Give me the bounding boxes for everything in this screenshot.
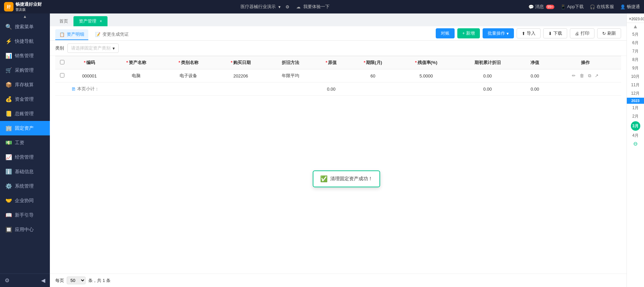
sidebar-item-search[interactable]: 🔍 搜索菜单 bbox=[0, 20, 50, 34]
sidebar-item-fixed-assets[interactable]: 🏢 固定资产 bbox=[0, 121, 50, 135]
experience-icon: ☁ bbox=[296, 4, 301, 9]
sidebar-item-quick-nav[interactable]: ⚡ 快捷导航 bbox=[0, 34, 50, 49]
sidebar-label-ledger: 总账管理 bbox=[15, 111, 34, 117]
tab-asset-management[interactable]: 资产管理 × bbox=[73, 16, 108, 26]
tab-asset-detail[interactable]: 📋 资产明细 bbox=[55, 29, 88, 40]
cell-purchase-date: 202206 bbox=[215, 69, 267, 83]
month-6[interactable]: 6月 bbox=[627, 39, 644, 47]
panel-down-button[interactable]: ⊖ bbox=[627, 140, 644, 148]
edit-icon[interactable]: ✏ bbox=[572, 73, 576, 78]
per-page-select[interactable]: 50 100 200 bbox=[67, 277, 86, 284]
month-4[interactable]: 4月 bbox=[627, 131, 644, 140]
sidebar-item-guide[interactable]: 📖 新手引导 bbox=[0, 208, 50, 222]
refresh-button[interactable]: ↻ 刷新 bbox=[597, 28, 621, 38]
month-9[interactable]: 9月 bbox=[627, 64, 644, 72]
system-icon: ⚙️ bbox=[5, 183, 12, 189]
search-icon: 🔍 bbox=[5, 24, 12, 30]
tab-change-voucher[interactable]: 📝 变更生成凭证 bbox=[91, 29, 133, 40]
sidebar-item-app-center[interactable]: 🔲 应用中心 bbox=[0, 222, 50, 237]
user-profile-btn[interactable]: 👤 畅捷通 bbox=[620, 4, 640, 10]
app-logo-icon: 好 bbox=[4, 2, 13, 11]
month-12[interactable]: 12月 bbox=[627, 89, 644, 98]
message-btn[interactable]: 💬 消息 99+ bbox=[528, 4, 554, 10]
sidebar: ▲ 🔍 搜索菜单 ⚡ 快捷导航 📊 销售管理 🛒 采购管理 📦 库存核算 💰 资… bbox=[0, 13, 50, 287]
table-row: 000001 电脑 电子设备 202206 年限平均 60 5.0000 0.0… bbox=[55, 69, 621, 83]
online-service-btn[interactable]: 🎧 在线客服 bbox=[590, 4, 614, 10]
topbar: 好 畅捷通好业财 普及版 医疗器械行业演示 ▾ ⚙ ☁ 我要体验一下 💬 消息 … bbox=[0, 0, 644, 13]
success-message: 清理固定资产成功！ bbox=[330, 176, 373, 182]
main-layout: ▲ 🔍 搜索菜单 ⚡ 快捷导航 📊 销售管理 🛒 采购管理 📦 库存核算 💰 资… bbox=[0, 13, 644, 287]
more-icon[interactable]: ↗ bbox=[595, 73, 599, 78]
month-5[interactable]: 5月 bbox=[627, 30, 644, 39]
panel-up-button[interactable]: ▲ bbox=[627, 23, 644, 30]
guide-icon: 📖 bbox=[5, 212, 12, 218]
sidebar-item-system[interactable]: ⚙️ 系统管理 bbox=[0, 179, 50, 193]
cell-actions: ✏ 🗑 ⧉ ↗ bbox=[549, 69, 621, 83]
message-badge: 99+ bbox=[546, 5, 554, 9]
right-panel-header: × 2023.03 ⤢ bbox=[627, 15, 644, 23]
import-button[interactable]: ⬆ 导入 bbox=[517, 28, 541, 38]
sales-icon: 📊 bbox=[5, 53, 12, 59]
category-select[interactable]: 请选择固定资产类别 ▾ bbox=[67, 43, 119, 53]
reconcile-button[interactable]: 对账 bbox=[436, 28, 455, 38]
select-all-checkbox[interactable] bbox=[60, 60, 64, 64]
topbar-center: 医疗器械行业演示 ▾ ⚙ ☁ 我要体验一下 bbox=[241, 4, 330, 10]
settings-icon[interactable]: ⚙ bbox=[285, 4, 289, 9]
sidebar-label-fixed-assets: 固定资产 bbox=[15, 125, 34, 131]
month-3-current[interactable]: 3月 bbox=[631, 121, 640, 131]
month-11[interactable]: 11月 bbox=[627, 81, 644, 89]
print-button[interactable]: 🖨 打印 bbox=[570, 28, 594, 38]
batch-ops-button[interactable]: 批量操作 ▾ bbox=[483, 28, 514, 38]
month-1[interactable]: 1月 bbox=[627, 104, 644, 112]
sidebar-item-basic-info[interactable]: ℹ️ 基础信息 bbox=[0, 164, 50, 179]
sidebar-item-inventory[interactable]: 📦 库存核算 bbox=[0, 77, 50, 92]
sidebar-item-operations[interactable]: 📈 经营管理 bbox=[0, 150, 50, 164]
panel-close-icon[interactable]: × bbox=[629, 16, 632, 21]
cell-original-value bbox=[314, 69, 348, 83]
import-icon: ⬆ bbox=[522, 31, 525, 36]
sidebar-item-payroll[interactable]: 💵 工资 bbox=[0, 135, 50, 150]
sidebar-item-sales[interactable]: 📊 销售管理 bbox=[0, 49, 50, 63]
page-content: 📋 资产明细 📝 变更生成凭证 对账 + 新增 批量操作 ▾ bbox=[50, 26, 626, 287]
payroll-icon: 💵 bbox=[5, 139, 12, 146]
category-label: 类别 bbox=[55, 45, 64, 51]
app-download-btn[interactable]: 📱 App下载 bbox=[560, 4, 584, 10]
sidebar-label-app-center: 应用中心 bbox=[15, 227, 34, 233]
toolbar: 对账 + 新增 批量操作 ▾ ⬆ 导入 ⬇ 下载 🖨 bbox=[436, 26, 621, 40]
new-button[interactable]: + 新增 bbox=[457, 28, 480, 38]
sidebar-label-payroll: 工资 bbox=[15, 140, 24, 146]
month-2[interactable]: 2月 bbox=[627, 112, 644, 121]
download-icon: ⬇ bbox=[548, 31, 552, 36]
month-7[interactable]: 7月 bbox=[627, 47, 644, 56]
sidebar-bottom: ⚙ ◀ bbox=[0, 274, 50, 287]
month-10[interactable]: 10月 bbox=[627, 72, 644, 81]
sidebar-settings-icon[interactable]: ⚙ bbox=[5, 277, 9, 284]
sidebar-item-purchase[interactable]: 🛒 采购管理 bbox=[0, 63, 50, 77]
row-checkbox[interactable] bbox=[60, 73, 64, 77]
per-page-label: 每页 bbox=[55, 278, 64, 284]
sidebar-item-cooperation[interactable]: 🤝 企业协同 bbox=[0, 193, 50, 208]
batch-ops-chevron: ▾ bbox=[507, 31, 509, 36]
sidebar-label-guide: 新手引导 bbox=[15, 212, 34, 218]
delete-icon[interactable]: 🗑 bbox=[580, 73, 584, 78]
sidebar-label-sales: 销售管理 bbox=[15, 53, 34, 59]
topbar-right: 💬 消息 99+ 📱 App下载 🎧 在线客服 👤 畅捷通 bbox=[528, 4, 640, 10]
experience-button[interactable]: 我要体验一下 bbox=[303, 4, 330, 10]
month-8[interactable]: 8月 bbox=[627, 56, 644, 64]
company-dropdown-icon[interactable]: ▾ bbox=[278, 4, 281, 9]
sidebar-label-search: 搜索菜单 bbox=[15, 24, 34, 30]
sidebar-scroll-up[interactable]: ▲ bbox=[0, 13, 50, 20]
sidebar-item-ledger[interactable]: 📒 总账管理 bbox=[0, 106, 50, 121]
asset-detail-icon: 📋 bbox=[59, 32, 65, 37]
download-button[interactable]: ⬇ 下载 bbox=[543, 28, 567, 38]
app-logo: 好 畅捷通好业财 普及版 bbox=[4, 1, 42, 12]
sidebar-item-finance[interactable]: 💰 资金管理 bbox=[0, 92, 50, 106]
change-voucher-icon: 📝 bbox=[95, 32, 100, 37]
inner-tabs: 📋 资产明细 📝 变更生成凭证 bbox=[55, 27, 133, 40]
tab-close-icon[interactable]: × bbox=[100, 19, 102, 24]
sidebar-collapse-icon[interactable]: ◀ bbox=[41, 277, 45, 284]
panel-year-label: 2023.03 bbox=[632, 17, 644, 21]
copy-icon[interactable]: ⧉ bbox=[588, 73, 591, 78]
year-2023[interactable]: 2023 bbox=[627, 98, 644, 104]
tab-home[interactable]: 首页 bbox=[54, 16, 73, 26]
